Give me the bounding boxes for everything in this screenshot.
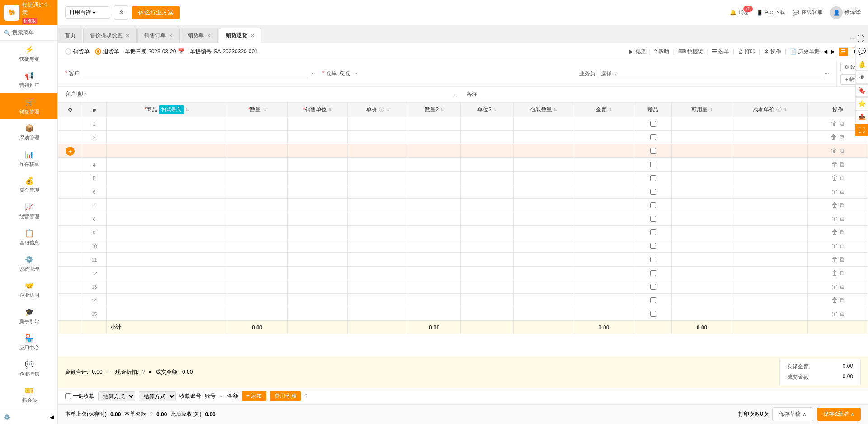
sidebar-item-operation[interactable]: 📈 经营管理 — [0, 198, 57, 224]
gift-checkbox[interactable] — [650, 148, 656, 154]
row-cost[interactable] — [732, 117, 807, 131]
copy-row-btn[interactable]: ⧉ — [839, 200, 845, 210]
delete-row-btn[interactable]: 🗑 — [830, 146, 838, 155]
trial-button[interactable]: 体验行业方案 — [132, 6, 180, 19]
cost-info-icon[interactable]: ⓘ — [776, 106, 782, 113]
row-unit[interactable] — [287, 131, 347, 144]
right-float-share[interactable]: 📤 — [855, 110, 868, 123]
sidebar-item-enterprise[interactable]: 🤝 企业协同 — [0, 277, 57, 303]
gift-checkbox[interactable] — [650, 189, 656, 195]
window-minimize-icon[interactable]: ─ — [850, 35, 855, 43]
tab-sales-return-close[interactable]: ✕ — [250, 33, 255, 39]
copy-row-btn[interactable]: ⧉ — [839, 282, 845, 291]
copy-row-btn[interactable]: ⧉ — [839, 241, 845, 251]
copy-row-btn[interactable]: ⧉ — [839, 295, 845, 305]
row-price[interactable] — [348, 117, 408, 131]
right-float-chat[interactable]: 💬 — [855, 45, 868, 57]
app-download-item[interactable]: 📱 App下载 — [756, 9, 785, 16]
row-unit2[interactable] — [461, 144, 514, 158]
delete-row-btn[interactable]: 🗑 — [830, 241, 839, 250]
delete-row-btn[interactable]: 🗑 — [830, 255, 839, 264]
date-picker-icon[interactable]: 📅 — [178, 48, 184, 55]
copy-row-btn[interactable]: ⧉ — [839, 268, 845, 278]
right-float-star[interactable]: ⭐ — [855, 97, 868, 110]
tab-price-setup[interactable]: 售价提取设置 ✕ — [83, 28, 137, 43]
row-unit[interactable] — [287, 144, 347, 158]
gift-checkbox[interactable] — [650, 175, 656, 181]
row-qty2[interactable] — [408, 117, 461, 131]
row-qty2[interactable] — [408, 144, 461, 158]
product-input-active[interactable] — [108, 148, 225, 154]
add-payment-btn[interactable]: + 添加 — [242, 391, 266, 401]
sidebar-item-purchase[interactable]: 📦 采购管理 — [0, 119, 57, 146]
row-qty[interactable] — [227, 131, 287, 144]
delete-row-btn[interactable]: 🗑 — [830, 309, 839, 318]
tab-sales-order-close[interactable]: ✕ — [169, 33, 173, 39]
sidebar-item-quick-nav[interactable]: ⚡ 快捷导航 — [0, 41, 57, 67]
radio-return[interactable]: 退货单 — [95, 48, 119, 56]
gift-checkbox[interactable] — [650, 297, 656, 303]
topbar-gear-btn[interactable]: ⚙ — [114, 5, 128, 20]
copy-row-btn[interactable]: ⧉ — [839, 187, 845, 196]
help-btn[interactable]: ? 帮助 — [654, 48, 670, 56]
remark-input[interactable] — [480, 90, 861, 99]
copy-row-btn[interactable]: ⧉ — [839, 160, 845, 169]
customer-dots[interactable]: ··· — [311, 70, 315, 76]
delete-row-btn[interactable]: 🗑 — [830, 268, 839, 277]
row-pack[interactable] — [514, 131, 574, 144]
warehouse-dots[interactable]: ··· — [353, 70, 358, 76]
sidebar-item-basic[interactable]: 📋 基础信息 — [0, 224, 57, 251]
right-float-eye[interactable]: 👁 — [855, 71, 868, 84]
settlement-method-select[interactable]: 结算方式 — [98, 391, 135, 401]
print-btn[interactable]: 🖨 打印 — [738, 48, 755, 56]
right-float-bell[interactable]: 🔔 — [855, 58, 868, 71]
tab-sales-order[interactable]: 销售订单 ✕ — [137, 28, 180, 43]
gift-checkbox[interactable] — [650, 270, 656, 276]
copy-row-btn[interactable]: ⧉ — [839, 133, 845, 142]
row-avail[interactable] — [672, 117, 732, 131]
sidebar-item-member[interactable]: 🎫 畅会员 — [0, 382, 57, 408]
row-avail[interactable] — [672, 131, 732, 144]
copy-row-btn[interactable]: ⧉ — [839, 119, 845, 129]
delete-row-btn[interactable]: 🗑 — [830, 200, 839, 210]
row-amount[interactable] — [574, 131, 634, 144]
delete-row-btn[interactable]: 🗑 — [830, 173, 839, 182]
row-pack[interactable] — [514, 117, 574, 131]
sidebar-item-sales[interactable]: 🛒 销售管理 — [0, 93, 57, 119]
sidebar-item-weixin[interactable]: 💬 企业微信 — [0, 356, 57, 382]
sidebar-item-appstore[interactable]: 🏪 应用中心 — [0, 329, 57, 356]
copy-row-btn[interactable]: ⧉ — [839, 228, 845, 237]
row-product[interactable] — [106, 117, 227, 131]
sidebar-settings-icon[interactable]: ⚙️ — [4, 414, 10, 420]
gift-checkbox[interactable] — [650, 257, 656, 262]
customer-input[interactable] — [82, 69, 308, 78]
row-product[interactable] — [106, 131, 227, 144]
sort-icon[interactable]: ⇅ — [185, 107, 189, 112]
online-service-item[interactable]: 💬 在线客服 — [793, 9, 823, 16]
row-amount[interactable] — [574, 117, 634, 131]
sidebar-item-inventory[interactable]: 📊 库存核算 — [0, 146, 57, 172]
delete-row-btn[interactable]: 🗑 — [830, 228, 839, 237]
gift-checkbox[interactable] — [650, 202, 656, 208]
address-dots[interactable]: ··· — [455, 91, 459, 98]
tab-price-setup-close[interactable]: ✕ — [125, 33, 130, 39]
copy-row-btn[interactable]: ⧉ — [839, 146, 845, 156]
gift-checkbox[interactable] — [650, 284, 656, 290]
gift-checkbox[interactable] — [650, 162, 656, 167]
sidebar-item-marketing[interactable]: 📢 营销推广 — [0, 67, 57, 93]
copy-row-btn[interactable]: ⧉ — [839, 214, 845, 224]
copy-row-btn[interactable]: ⧉ — [839, 255, 845, 264]
row-unit2[interactable] — [461, 117, 514, 131]
gift-checkbox[interactable] — [650, 243, 656, 249]
shortcut-btn[interactable]: ⌨ 快捷键 — [678, 48, 703, 56]
col-gear[interactable]: ⚙ — [58, 103, 82, 117]
staff-dots[interactable]: ··· — [825, 70, 829, 76]
video-btn[interactable]: ▶ 视频 — [629, 48, 646, 56]
sidebar-item-newbie[interactable]: 🎓 新手引导 — [0, 303, 57, 329]
right-float-bookmark[interactable]: 🔖 — [855, 84, 868, 97]
row-amount[interactable] — [574, 144, 634, 158]
debt-info-icon[interactable]: ? — [150, 411, 153, 418]
scan-btn[interactable]: 扫码录入 — [159, 105, 184, 114]
row-cost[interactable] — [732, 131, 807, 144]
one-key-collect-checkbox[interactable] — [65, 393, 71, 399]
